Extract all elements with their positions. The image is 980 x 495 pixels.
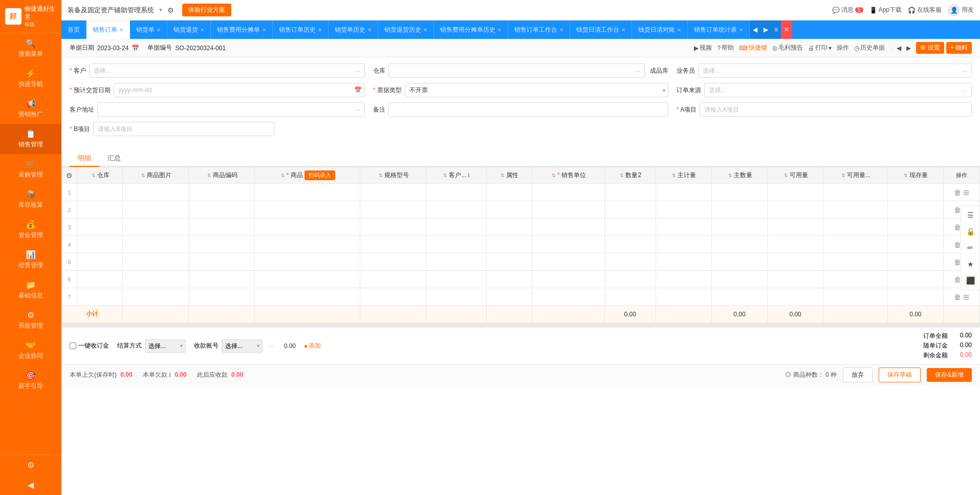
row-main-unit[interactable] (656, 201, 711, 219)
row-image[interactable] (123, 236, 189, 253)
help-btn[interactable]: ? 帮助 (717, 44, 734, 52)
row-unit[interactable] (532, 253, 604, 271)
row-copy-icon[interactable]: ⊞ (963, 293, 969, 301)
row-code[interactable] (189, 219, 255, 236)
row-available[interactable] (768, 201, 823, 219)
right-tool-5[interactable]: ⬛ (963, 273, 977, 288)
row-qty2[interactable] (604, 219, 656, 236)
row-main-qty[interactable] (711, 236, 767, 253)
row-image[interactable] (123, 271, 189, 288)
save-new-btn[interactable]: 保存&新增 (927, 368, 972, 382)
table-settings-icon[interactable]: ⚙ (66, 171, 73, 180)
tab-close-icon[interactable]: ✕ (621, 27, 625, 33)
sidebar-item-guide[interactable]: 🎯 新手引导 (0, 365, 61, 396)
sidebar-item-purchase[interactable]: 🛒 采购管理 (0, 154, 61, 184)
row-unit[interactable] (532, 236, 604, 253)
address-input[interactable] (97, 102, 365, 117)
date-value[interactable]: 2023-03-24 (97, 45, 128, 52)
address-dots-icon[interactable]: ··· (353, 105, 363, 114)
tab-detail[interactable]: 明细 (70, 150, 99, 167)
row-warehouse[interactable] (77, 201, 123, 219)
row-qty2[interactable] (604, 184, 656, 201)
sidebar-item-basic-info[interactable]: 📁 基础信息 (0, 275, 61, 305)
row-attribute[interactable] (486, 253, 532, 271)
calendar-icon[interactable]: 📅 (132, 45, 139, 52)
tab-sales-fee[interactable]: 销售费用分摊单 ✕ (211, 20, 273, 39)
right-tool-3[interactable]: ✏ (963, 241, 977, 255)
row-attribute[interactable] (486, 184, 532, 201)
row-main-qty[interactable] (711, 271, 767, 288)
th-settings[interactable]: ⚙ (62, 167, 77, 184)
tab-sales-return[interactable]: 销货退货 ✕ (167, 20, 211, 39)
row-main-unit[interactable] (656, 184, 711, 201)
tab-cash-reconcile[interactable]: 钱货日清对账 ✕ (632, 20, 688, 39)
row-spec[interactable] (360, 271, 426, 288)
row-qty2[interactable] (604, 236, 656, 253)
row-available[interactable] (768, 219, 823, 236)
row-available[interactable] (768, 253, 823, 271)
row-main-qty[interactable] (711, 219, 767, 236)
print-btn[interactable]: 🖨 打印 ▾ (808, 44, 832, 52)
row-product[interactable] (255, 219, 360, 236)
user-btn[interactable]: 👤 用友 (948, 4, 974, 16)
sidebar-item-operations[interactable]: 📊 经营管理 (0, 245, 61, 275)
row-unit[interactable] (532, 201, 604, 219)
sidebar-collapse-btn[interactable]: ◀ (0, 475, 61, 495)
row-main-unit[interactable] (656, 236, 711, 253)
tab-close-icon[interactable]: ✕ (367, 27, 372, 33)
tab-home[interactable]: 首页 (61, 20, 86, 39)
tab-sales-order-history[interactable]: 销售订单历史 ✕ (273, 20, 329, 39)
warehouse-input[interactable] (388, 63, 645, 78)
order-source-dots-icon[interactable]: ··· (960, 86, 970, 94)
tab-close-icon[interactable]: ✕ (318, 27, 322, 33)
row-warehouse[interactable] (77, 253, 123, 271)
row-customer-code[interactable] (426, 219, 486, 236)
order-source-input[interactable] (704, 83, 972, 97)
row-main-qty[interactable] (711, 253, 767, 271)
row-warehouse[interactable] (77, 288, 123, 306)
row-available2[interactable] (823, 253, 888, 271)
customer-input[interactable] (89, 63, 365, 78)
row-delete-icon[interactable]: 🗑 (954, 275, 961, 284)
row-code[interactable] (189, 184, 255, 201)
tab-close-icon[interactable]: ✕ (497, 27, 502, 33)
row-available[interactable] (768, 288, 823, 306)
row-delete-icon[interactable]: 🗑 (954, 223, 961, 231)
row-available2[interactable] (823, 288, 888, 306)
invoice-select[interactable]: 不开票 增值税普通发票 增值税专用发票 (405, 83, 668, 97)
messages-btn[interactable]: 💬 消息 5 (832, 6, 863, 14)
row-code[interactable] (189, 236, 255, 253)
row-customer-code[interactable] (426, 271, 486, 288)
row-main-qty[interactable] (711, 201, 767, 219)
row-available2[interactable] (823, 201, 888, 219)
tab-close-icon[interactable]: ✕ (677, 27, 681, 33)
solution-btn[interactable]: 体验行业方案 (182, 4, 231, 16)
row-spec[interactable] (360, 219, 426, 236)
payment-method-select[interactable]: 选择... (145, 339, 186, 353)
tab-invoice-history[interactable]: 销货单历史 ✕ (329, 20, 378, 39)
row-main-qty[interactable] (711, 184, 767, 201)
nav-prev-btn[interactable]: ◀ (897, 45, 901, 52)
add-payment-btn[interactable]: ● 添加 (304, 341, 321, 350)
row-delete-icon[interactable]: 🗑 (954, 241, 961, 249)
delivery-calendar-icon[interactable]: 📅 (354, 87, 362, 94)
row-unit[interactable] (532, 288, 604, 306)
sidebar-item-settings[interactable]: ⚙ (0, 455, 61, 475)
row-image[interactable] (123, 201, 189, 219)
row-copy-icon[interactable]: ⊞ (963, 188, 969, 197)
row-available2[interactable] (823, 184, 888, 201)
profit-btn[interactable]: ◎ 毛利预告 (772, 44, 803, 52)
row-product[interactable] (255, 288, 360, 306)
row-main-qty[interactable] (711, 288, 767, 306)
row-delete-icon[interactable]: 🗑 (954, 293, 961, 301)
discard-btn[interactable]: 放弃 (843, 368, 873, 382)
online-service-btn[interactable]: 🎧 在线客服 (908, 6, 942, 14)
row-delete-icon[interactable]: 🗑 (954, 188, 961, 197)
tab-cash-workbench[interactable]: 钱货日清工作台 ✕ (570, 20, 632, 39)
bank-account-select[interactable]: 选择... (222, 339, 263, 353)
row-attribute[interactable] (486, 271, 532, 288)
quick-checkout-checkbox[interactable] (70, 342, 76, 349)
row-current-stock[interactable] (887, 184, 943, 201)
quick-checkout-check[interactable]: 一键收订金 (70, 341, 109, 350)
row-spec[interactable] (360, 288, 426, 306)
